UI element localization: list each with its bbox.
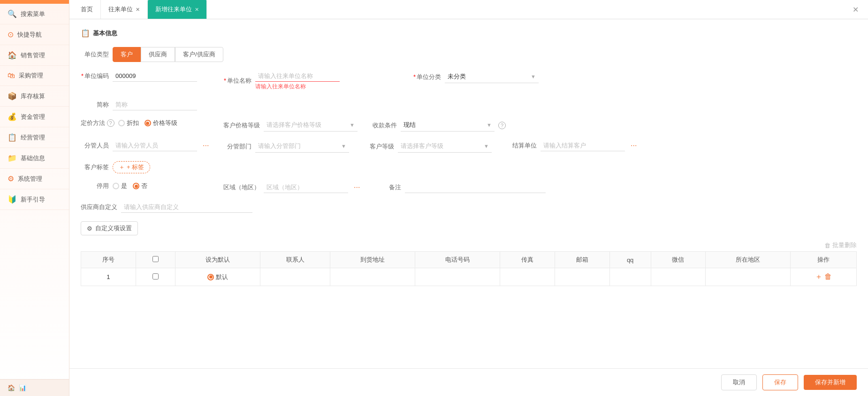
sidebar-item-guide[interactable]: 🔰 新手引导	[0, 189, 69, 210]
custom-settings-button[interactable]: ⚙ 自定义项设置	[81, 221, 138, 235]
sidebar-label-guide: 新手引导	[21, 195, 45, 204]
del-row-button[interactable]: 🗑	[824, 272, 832, 281]
radio-dot-price-level	[146, 122, 149, 125]
radio-yes[interactable]: 是	[113, 182, 127, 190]
sidebar-label-operation: 经营管理	[21, 133, 45, 142]
settlement-input[interactable]	[541, 140, 625, 151]
settlement-more-icon[interactable]: ···	[629, 141, 639, 150]
radio-circle-discount	[118, 120, 125, 126]
unit-name-error: 请输入往来单位名称	[255, 83, 340, 91]
col-region: 所在地区	[706, 252, 791, 268]
region-field: 区域（地区） ···	[223, 182, 362, 193]
remark-input[interactable]	[405, 182, 546, 193]
dept-select[interactable]: 请输入分管部门 ▼	[255, 140, 349, 153]
sidebar-item-basic[interactable]: 📁 基础信息	[0, 148, 69, 169]
tab-partner-list-close[interactable]: ✕	[136, 7, 140, 13]
unit-type-btn-group: 客户 供应商 客户/供应商	[113, 47, 223, 62]
sidebar-label-quicknav: 快捷导航	[17, 31, 42, 39]
save-new-button[interactable]: 保存并新增	[804, 375, 857, 390]
radio-dot-no	[135, 185, 138, 188]
remark-field: 备注	[373, 182, 546, 193]
save-button[interactable]: 保存	[762, 374, 798, 390]
sidebar-item-purchase[interactable]: 🛍 采购管理	[0, 66, 69, 86]
pricing-help-icon[interactable]: ?	[107, 119, 114, 127]
manager-more-icon[interactable]: ···	[201, 141, 211, 150]
col-address: 到货地址	[330, 252, 415, 268]
payment-help-icon[interactable]: ?	[498, 122, 506, 129]
col-fax: 传真	[500, 252, 555, 268]
unit-code-field: *单位编码	[81, 70, 212, 82]
supplier-custom-input[interactable]	[121, 202, 252, 213]
region-input[interactable]	[264, 182, 348, 193]
customer-level-select[interactable]: 请选择客户等级 ▼	[398, 140, 492, 153]
cancel-button[interactable]: 取消	[721, 374, 757, 390]
radio-circle-no	[133, 183, 139, 189]
tab-partner-new[interactable]: 新增往来单位 ✕	[148, 0, 207, 19]
batch-delete-label[interactable]: 批量删除	[832, 241, 857, 249]
radio-no[interactable]: 否	[133, 182, 147, 190]
search-icon: 🔍	[8, 9, 17, 18]
home-bottom-icon[interactable]: 🏠	[8, 384, 15, 391]
unit-category-label: *单位分类	[413, 73, 441, 81]
radio-circle-price-level	[145, 120, 151, 126]
add-row-button[interactable]: ＋	[815, 272, 822, 282]
default-label: 默认	[216, 273, 228, 281]
pricing-method-label: 定价方法 ?	[81, 119, 114, 127]
sidebar-item-finance[interactable]: 💰 资金管理	[0, 107, 69, 127]
radio-price-level[interactable]: 价格等级	[145, 119, 177, 127]
manager-input[interactable]	[113, 140, 197, 151]
col-phone: 电话号码	[415, 252, 500, 268]
sidebar-item-quicknav[interactable]: ⊙ 快捷导航	[0, 24, 69, 45]
radio-circle-yes	[113, 183, 119, 189]
unit-type-row: 单位类型 客户 供应商 客户/供应商	[81, 47, 857, 62]
sidebar-item-operation[interactable]: 📋 经营管理	[0, 127, 69, 148]
customer-level-field: 客户等级 请选择客户等级 ▼	[366, 140, 497, 153]
pricing-method-field: 定价方法 ? 折扣 价格等级	[81, 119, 212, 127]
payment-condition-value: 现结	[404, 121, 416, 129]
custom-settings-label: 自定义项设置	[95, 224, 132, 233]
tab-partner-list[interactable]: 往来单位 ✕	[101, 0, 148, 19]
tag-field: 客户标签 ＋ + 标签	[81, 161, 212, 173]
sidebar-item-inventory[interactable]: 📦 库存核算	[0, 86, 69, 107]
col-no: 序号	[81, 252, 136, 268]
sidebar-item-sales[interactable]: 🏠 销售管理	[0, 45, 69, 66]
add-tag-label: + 标签	[127, 163, 144, 171]
radio-discount[interactable]: 折扣	[118, 119, 139, 127]
unit-code-input[interactable]	[113, 70, 197, 82]
unit-category-select[interactable]: 未分类 ▼	[445, 70, 539, 83]
sidebar-top-bar	[0, 0, 69, 4]
manager-label: 分管人员	[81, 141, 109, 150]
unit-name-input[interactable]	[255, 70, 340, 82]
sales-icon: 🏠	[8, 51, 17, 60]
btn-both[interactable]: 客户/供应商	[175, 47, 223, 62]
row-checkbox[interactable]	[152, 273, 159, 280]
sidebar-item-system[interactable]: ⚙ 系统管理	[0, 169, 69, 189]
add-tag-button[interactable]: ＋ + 标签	[113, 161, 150, 173]
unit-name-field: *单位名称 请输入往来单位名称	[223, 70, 402, 91]
cell-address	[330, 268, 415, 286]
col-checkbox	[136, 252, 175, 268]
cell-phone	[415, 268, 500, 286]
tab-home[interactable]: 首页	[73, 0, 101, 19]
select-all-checkbox[interactable]	[152, 256, 159, 262]
btn-supplier[interactable]: 供应商	[141, 47, 175, 62]
gear-icon: ⚙	[87, 225, 92, 232]
chart-bottom-icon[interactable]: 📊	[19, 384, 26, 391]
btn-customer[interactable]: 客户	[113, 47, 141, 62]
row-default-radio[interactable]: 默认	[180, 273, 255, 281]
unit-name-label: *单位名称	[223, 77, 251, 85]
price-level-select[interactable]: 请选择客户价格等级 ▼	[264, 119, 358, 132]
operation-icon: 📋	[8, 133, 17, 142]
payment-condition-select[interactable]: 现结 ▼	[401, 119, 495, 132]
section-title: 📋 基本信息	[81, 29, 857, 38]
sidebar-item-search[interactable]: 🔍 搜索菜单	[0, 4, 69, 24]
tab-bar-close-button[interactable]: ✕	[847, 5, 864, 14]
settlement-field: 结算单位 ···	[509, 140, 640, 151]
cell-qq	[609, 268, 651, 286]
tab-partner-new-close[interactable]: ✕	[195, 7, 199, 13]
abbr-input[interactable]	[113, 99, 197, 110]
cell-action: ＋ 🗑	[791, 268, 857, 286]
dept-placeholder: 请输入分管部门	[258, 142, 301, 150]
disabled-field: 停用 是 否	[81, 182, 212, 190]
region-more-icon[interactable]: ···	[352, 183, 362, 192]
